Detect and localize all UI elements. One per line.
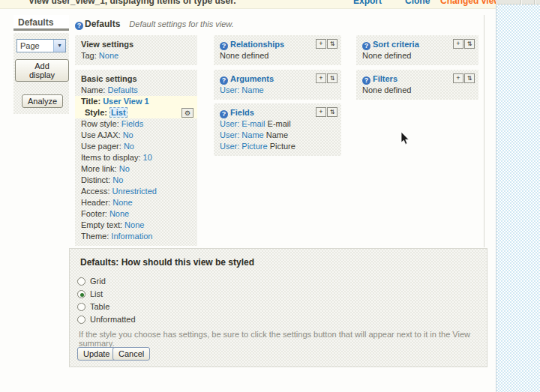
name-value-link[interactable]: Defaults <box>107 85 137 94</box>
add-icon[interactable]: + <box>316 107 326 117</box>
tab-defaults[interactable]: Defaults <box>14 15 69 31</box>
setting-label: Empty text: <box>81 220 122 229</box>
setting-row-changed: Style: List ⚙ <box>75 107 197 118</box>
add-display-button[interactable]: Add display <box>15 59 69 82</box>
field-link[interactable]: User: Picture <box>220 142 268 151</box>
radio-label: List <box>90 289 103 298</box>
radio-option-unformatted[interactable]: Unformatted <box>77 315 136 324</box>
update-button[interactable]: Update <box>77 347 116 361</box>
help-icon[interactable]: ? <box>220 110 228 118</box>
footer-value-link[interactable]: None <box>110 209 129 218</box>
filters-body: None defined <box>362 85 472 96</box>
summary-heading: Defaults <box>85 19 120 29</box>
help-icon[interactable]: ? <box>220 42 228 50</box>
rearrange-icon[interactable]: ⇅ <box>464 73 475 83</box>
access-value-link[interactable]: Unrestricted <box>112 187 157 196</box>
setting-row: Footer: None <box>81 208 191 220</box>
setting-row: Tag: None <box>81 50 191 61</box>
help-icon[interactable]: ? <box>362 42 370 50</box>
form-help-text: If the style you choose has settings, be… <box>79 330 482 348</box>
help-icon[interactable]: ? <box>220 76 228 85</box>
field-label: Name <box>266 130 288 139</box>
header-value-link[interactable]: None <box>112 198 132 207</box>
add-icon[interactable]: + <box>316 73 326 83</box>
argument-row: User: Name <box>220 85 335 96</box>
distinct-value-link[interactable]: No <box>112 175 123 184</box>
gear-icon[interactable]: ⚙ <box>182 108 194 118</box>
setting-label: Footer: <box>81 209 107 218</box>
views-edit-page: { "title_bar": { "title": "View user_vie… <box>0 0 540 392</box>
relationships-title-link[interactable]: Relationships <box>230 40 284 49</box>
summary-header: ?DefaultsDefault settings for this view. <box>75 19 234 30</box>
rearrange-icon[interactable]: ⇅ <box>464 39 475 49</box>
filters-header: ?Filters +⇅ <box>362 73 472 85</box>
setting-label: Distinct: <box>81 175 110 184</box>
analyze-button[interactable]: Analyze <box>22 94 63 108</box>
changed-view-status: Changed view <box>440 0 496 6</box>
filters-title-link[interactable]: Filters <box>373 74 398 83</box>
clone-link[interactable]: Clone <box>405 0 430 6</box>
field-link[interactable]: User: Name <box>220 130 264 139</box>
export-link[interactable]: Export <box>353 0 382 6</box>
setting-row: Empty text: None <box>81 220 191 231</box>
setting-row: Theme: Information <box>81 231 191 242</box>
basic-settings-title: Basic settings <box>81 73 191 85</box>
radio-icon[interactable] <box>77 303 86 311</box>
setting-label: Tag: <box>81 51 97 60</box>
display-type-select[interactable]: Page ▼ <box>16 39 66 52</box>
items-to-display-value-link[interactable]: 10 <box>143 153 152 162</box>
chevron-down-icon: ▼ <box>53 40 65 52</box>
radio-selected-icon[interactable] <box>77 290 86 298</box>
field-link[interactable]: User: E-mail <box>220 119 266 128</box>
summary-description: Default settings for this view. <box>129 19 233 28</box>
setting-label: Header: <box>81 198 110 207</box>
title-value-link[interactable]: User View 1 <box>103 97 149 106</box>
theme-value-link[interactable]: Information <box>111 232 152 241</box>
setting-row: Use pager: No <box>81 141 191 152</box>
fields-title-link[interactable]: Fields <box>230 108 254 117</box>
arguments-header: ?Arguments +⇅ <box>220 73 335 85</box>
add-icon[interactable]: + <box>453 39 464 49</box>
add-icon[interactable]: + <box>453 73 464 83</box>
relationships-header: ?Relationships +⇅ <box>220 39 335 50</box>
argument-link[interactable]: User: Name <box>220 85 264 94</box>
view-title-bar: View user_view_1, displaying items of ty… <box>0 0 496 9</box>
radio-icon[interactable] <box>77 316 86 324</box>
field-label: Picture <box>270 142 296 151</box>
tag-value-link[interactable]: None <box>99 51 118 60</box>
more-link-value-link[interactable]: No <box>119 164 130 173</box>
rearrange-icon[interactable]: ⇅ <box>327 39 338 49</box>
view-settings-title: View settings <box>81 39 191 50</box>
radio-option-list[interactable]: List <box>77 289 103 298</box>
rearrange-icon[interactable]: ⇅ <box>327 107 338 117</box>
sort-criteria-title-link[interactable]: Sort criteria <box>373 40 419 49</box>
help-icon[interactable]: ? <box>75 22 83 30</box>
setting-label: Use pager: <box>81 142 122 151</box>
use-pager-value-link[interactable]: No <box>124 142 134 151</box>
setting-row: Row style: Fields <box>81 118 191 130</box>
field-row: User: E-mail E-mail <box>220 118 335 130</box>
arguments-title-link[interactable]: Arguments <box>230 74 274 83</box>
radio-icon[interactable] <box>77 277 86 286</box>
relationships-box: ?Relationships +⇅ None defined <box>214 35 341 65</box>
setting-label: Theme: <box>81 232 109 241</box>
radio-option-table[interactable]: Table <box>77 302 110 311</box>
setting-label: Name: <box>81 85 105 94</box>
setting-label: Row style: <box>81 119 119 128</box>
radio-label: Grid <box>90 277 106 286</box>
display-type-select-value: Page <box>20 41 40 50</box>
add-icon[interactable]: + <box>316 39 326 49</box>
help-icon[interactable]: ? <box>362 76 370 85</box>
mouse-cursor-icon <box>400 132 410 145</box>
empty-text-value-link[interactable]: None <box>124 220 144 229</box>
sort-criteria-box: ?Sort criteria +⇅ None defined <box>356 35 478 65</box>
cancel-button[interactable]: Cancel <box>112 347 150 361</box>
setting-row: Distinct: No <box>81 175 191 186</box>
radio-label: Unformatted <box>90 315 136 324</box>
row-style-value-link[interactable]: Fields <box>122 119 143 128</box>
setting-label: Access: <box>81 187 110 196</box>
rearrange-icon[interactable]: ⇅ <box>327 73 338 83</box>
style-value-link[interactable]: List <box>110 107 128 118</box>
radio-option-grid[interactable]: Grid <box>77 277 106 286</box>
use-ajax-value-link[interactable]: No <box>123 130 134 139</box>
